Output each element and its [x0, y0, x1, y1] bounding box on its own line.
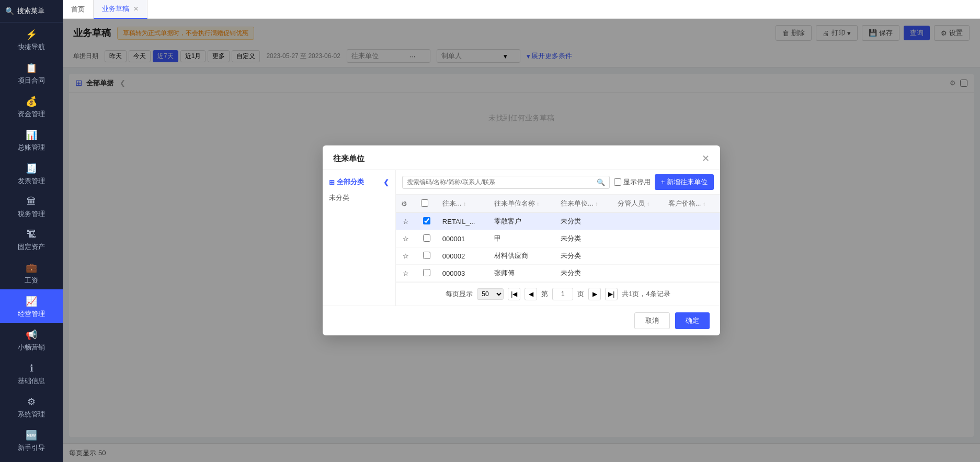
col-code-header[interactable]: 往来... ↕	[437, 195, 489, 213]
grid-icon-small: ⊞	[329, 178, 335, 186]
sidebar-item-operations[interactable]: 📈经营管理	[0, 289, 63, 323]
col-name-header[interactable]: 往来单位名称 ↕	[489, 195, 555, 213]
tab-draft-close[interactable]: ✕	[133, 5, 139, 13]
tab-home-label: 首页	[71, 5, 85, 14]
row-checkbox-2[interactable]	[423, 234, 430, 242]
category-unclassified[interactable]: 未分类	[323, 190, 395, 206]
sidebar-item-new-guide[interactable]: 🆕新手引导	[0, 423, 63, 457]
dialog-close-btn[interactable]: ✕	[702, 153, 710, 164]
table-row[interactable]: ☆ 000002 材料供应商 未分类	[396, 247, 720, 265]
new-guide-icon: 🆕	[26, 430, 37, 441]
first-page-btn[interactable]: |◀	[508, 288, 520, 300]
col-manager-header[interactable]: 分管人员 ↕	[612, 195, 663, 213]
dialog-title: 往来单位	[333, 154, 364, 164]
row-checkbox-3[interactable]	[423, 252, 430, 259]
col-category-header[interactable]: 往来单位... ↕	[555, 195, 612, 213]
row-category-2: 未分类	[555, 230, 612, 247]
sidebar-item-system[interactable]: ⚙系统管理	[0, 390, 63, 423]
project-contract-icon: 📋	[26, 62, 37, 74]
sidebar-item-tax[interactable]: 🏛税务管理	[0, 190, 63, 223]
project-contract-label: 项目合同	[18, 76, 45, 85]
sidebar-item-fund-management[interactable]: 💰资金管理	[0, 89, 63, 123]
row-price-4	[663, 265, 720, 282]
operations-label: 经营管理	[18, 309, 45, 319]
operations-icon: 📈	[26, 296, 37, 307]
fund-management-icon: 💰	[26, 96, 37, 107]
dialog-body: ⊞ 全部分类 ❮ 未分类	[323, 170, 720, 306]
sidebar-item-salary[interactable]: 💼工资	[0, 256, 63, 289]
accounting-icon: 📊	[26, 129, 37, 141]
sidebar-item-app-center[interactable]: 🧩应用中心	[0, 457, 63, 462]
row-settings-2: ☆	[396, 230, 416, 247]
row-settings-4: ☆	[396, 265, 416, 282]
sidebar-item-fixed-assets[interactable]: 🏗固定资产	[0, 223, 63, 256]
table-row[interactable]: ☆ RETAIL_... 零散客户 未分类	[396, 213, 720, 230]
next-page-btn[interactable]: ▶	[588, 288, 601, 300]
prev-page-btn[interactable]: ◀	[525, 288, 537, 300]
row-name-3: 材料供应商	[489, 247, 555, 265]
search-icon: 🔍	[5, 7, 14, 15]
invoice-icon: 🧾	[26, 163, 37, 174]
new-counterparty-btn[interactable]: + 新增往来单位	[655, 174, 714, 190]
confirm-btn[interactable]: 确定	[675, 312, 710, 329]
dialog-overlay: 往来单位 ✕ ⊞ 全部分类 ❮ 未分类	[63, 19, 980, 462]
cancel-btn[interactable]: 取消	[634, 312, 670, 329]
dialog-search-input[interactable]	[407, 178, 595, 186]
table-select-all[interactable]	[421, 199, 428, 207]
last-page-btn[interactable]: ▶|	[605, 288, 618, 300]
sidebar-item-basic-info[interactable]: ℹ基础信息	[0, 356, 63, 390]
page-input[interactable]	[552, 288, 573, 300]
row-price-1	[663, 213, 720, 230]
show-disabled-checkbox[interactable]	[614, 178, 621, 186]
show-disabled-wrap: 显示停用	[614, 177, 651, 187]
sidebar-item-marketing[interactable]: 📢小畅营销	[0, 323, 63, 356]
dialog-search-wrap[interactable]: 🔍	[402, 176, 610, 189]
row-price-2	[663, 230, 720, 247]
settings-icon-col: ⚙	[401, 200, 407, 208]
row-checkbox-4[interactable]	[423, 269, 430, 276]
system-label: 系统管理	[18, 410, 45, 419]
row-star-icon: ☆	[403, 252, 409, 260]
row-check-1	[416, 213, 437, 230]
basic-info-icon: ℹ	[30, 363, 33, 374]
main-area: 首页 业务草稿 ✕ 业务草稿 草稿转为正式单据时，不会执行满赠促销优惠 🗑 删除	[63, 0, 980, 462]
sidebar-item-accounting[interactable]: 📊总账管理	[0, 123, 63, 156]
search-menu-btn[interactable]: 🔍 搜索菜单	[0, 0, 63, 22]
counterparty-dialog: 往来单位 ✕ ⊞ 全部分类 ❮ 未分类	[323, 145, 720, 335]
tab-home[interactable]: 首页	[63, 0, 94, 19]
tax-label: 税务管理	[18, 209, 45, 219]
dialog-toolbar: 🔍 显示停用 + 新增往来单位	[396, 170, 720, 195]
sidebar-item-invoice[interactable]: 🧾发票管理	[0, 156, 63, 190]
accounting-label: 总账管理	[18, 143, 45, 152]
row-category-1: 未分类	[555, 213, 612, 230]
row-code-3: 000002	[437, 247, 489, 265]
col-price-header[interactable]: 客户价格... ↕	[663, 195, 720, 213]
salary-icon: 💼	[26, 262, 37, 274]
tab-draft[interactable]: 业务草稿 ✕	[94, 0, 147, 19]
row-star-icon: ☆	[403, 235, 409, 243]
table-row[interactable]: ☆ 000003 张师傅 未分类	[396, 265, 720, 282]
basic-info-label: 基础信息	[18, 376, 45, 386]
category-header-btn[interactable]: ⊞ 全部分类 ❮	[323, 174, 395, 190]
system-icon: ⚙	[27, 396, 36, 408]
row-check-4	[416, 265, 437, 282]
category-header-label: 全部分类	[337, 177, 364, 187]
marketing-label: 小畅营销	[18, 343, 45, 352]
sidebar-item-project-contract[interactable]: 📋项目合同	[0, 56, 63, 89]
dialog-pagination: 每页显示 50 100 |◀ ◀ 第 页 ▶ ▶|	[396, 282, 720, 306]
row-checkbox-1[interactable]	[423, 217, 430, 224]
sidebar-item-quick-nav[interactable]: ⚡快捷导航	[0, 22, 63, 56]
invoice-label: 发票管理	[18, 176, 45, 186]
fixed-assets-icon: 🏗	[27, 229, 36, 240]
col-settings: ⚙	[396, 195, 416, 213]
row-price-3	[663, 247, 720, 265]
confirm-label: 确定	[686, 317, 699, 324]
row-category-3: 未分类	[555, 247, 612, 265]
dialog-footer: 取消 确定	[323, 306, 720, 335]
col-check	[416, 195, 437, 213]
cancel-label: 取消	[645, 317, 659, 324]
per-page-select[interactable]: 50 100	[477, 288, 504, 300]
table-row[interactable]: ☆ 000001 甲 未分类	[396, 230, 720, 247]
row-manager-1	[612, 213, 663, 230]
collapse-left-icon: ❮	[383, 178, 389, 186]
